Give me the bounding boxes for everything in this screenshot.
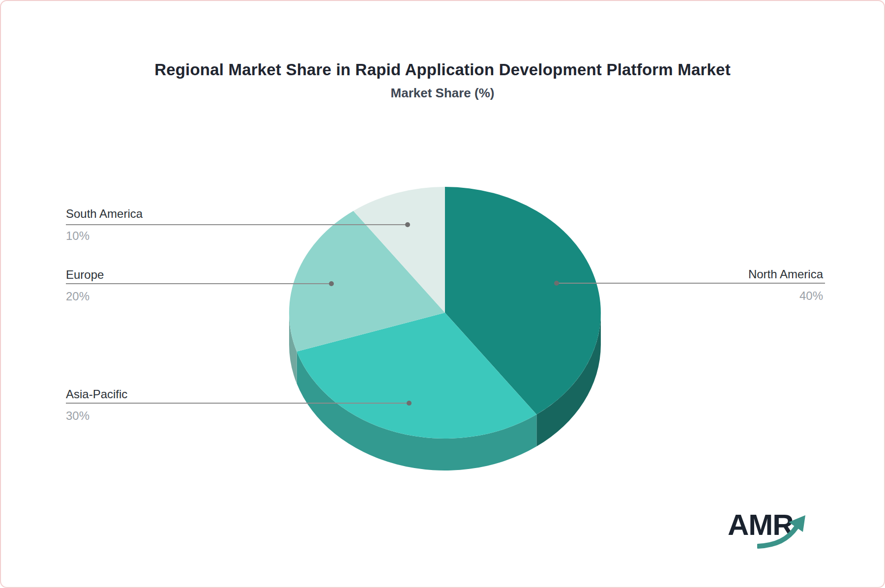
callout-label-north-america: North America bbox=[748, 268, 823, 281]
callout-label-asia-pacific: Asia-Pacific bbox=[66, 388, 127, 401]
growth-arrow-swoosh bbox=[758, 527, 796, 546]
callout-value-asia-pacific: 30% bbox=[66, 410, 89, 422]
callout-dot bbox=[405, 222, 410, 227]
amr-logo: AMR bbox=[728, 511, 794, 539]
callout-label-europe: Europe bbox=[66, 268, 104, 281]
callout-value-south-america: 10% bbox=[66, 230, 89, 242]
growth-arrow-icon bbox=[757, 505, 811, 550]
chart-canvas: Regional Market Share in Rapid Applicati… bbox=[0, 0, 885, 588]
callout-dot bbox=[329, 281, 334, 286]
callout-dot bbox=[554, 281, 559, 286]
callout-value-europe: 20% bbox=[66, 290, 89, 303]
callout-dot bbox=[407, 401, 412, 406]
callout-label-south-america: South America bbox=[66, 207, 143, 220]
callout-value-north-america: 40% bbox=[799, 290, 823, 302]
pie-chart bbox=[1, 1, 885, 588]
